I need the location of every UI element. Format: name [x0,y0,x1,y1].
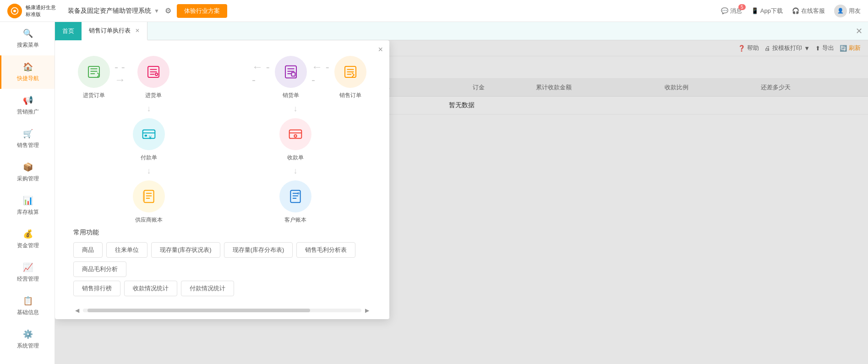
inventory-icon: 📊 [23,196,33,206]
svg-rect-14 [290,190,300,203]
flow-node-supplier-account[interactable]: 供应商账本 [124,176,174,228]
supplier-account-icon [133,180,165,212]
sidebar-item-system[interactable]: ⚙️ 系统管理 [0,323,55,356]
receipt-icon [279,118,311,150]
func-btn-stock-status[interactable]: 现存量(库存状况表) [151,242,220,258]
online-service-action[interactable]: 🎧 在线客服 [792,7,825,15]
sales-bill-label: 销货单 [283,92,299,99]
tab-sales-order-exec[interactable]: 销售订单执行表 ✕ [82,22,147,40]
scrollbar-thumb[interactable] [87,309,310,312]
sidebar-item-operation[interactable]: 📈 经营管理 [0,256,55,289]
common-functions-title: 常用功能 [73,228,371,237]
svg-rect-8 [145,135,147,136]
payment-label: 付款单 [141,154,157,162]
system-title: 装备及固定资产辅助管理系统 ▼ [68,7,159,15]
page-content: ❓ 帮助 🖨 按模板打印 ▼ ⬆ 导出 🔄 刷新 [55,40,868,364]
purchase-order-label: 进货订单 [83,92,105,99]
sidebar-item-basic[interactable]: 📋 基础信息 [0,289,55,323]
flow-node-purchase-order[interactable]: 进货订单 [73,51,115,104]
func-btn-payment-stat[interactable]: 付款情况统计 [181,281,234,296]
message-badge: 5 [738,4,746,10]
flow-node-sales-bill[interactable]: 销货单 [270,51,311,104]
sidebar-item-inventory[interactable]: 📊 库存核算 [0,189,55,223]
func-btn-goods-gross[interactable]: 商品毛利分析 [73,261,126,277]
scroll-left-icon[interactable]: ◀ [73,307,81,314]
sidebar-item-quick[interactable]: 🏠 快捷导航 [0,55,55,89]
sidebar-item-purchase[interactable]: 📦 采购管理 [0,156,55,189]
operation-icon: 📈 [23,262,33,272]
func-btn-receipt-stat[interactable]: 收款情况统计 [124,281,177,296]
func-btn-sales-rank[interactable]: 销售排行榜 [73,281,120,296]
sales-bill-icon [275,56,307,88]
modal-box: × [55,40,389,319]
sidebar-item-cooperation[interactable]: 🤝 企业协同 [0,356,55,364]
flow-node-receipt[interactable]: 收款单 [270,114,321,166]
sidebar-item-sales[interactable]: 🛒 销售管理 [0,122,55,156]
common-functions: 常用功能 商品 往来单位 现存量(库存状况表) 现存量(库存分布表) 销售毛利分… [55,228,389,305]
marketing-icon: 📢 [23,95,33,105]
purchase-icon: 📦 [23,162,33,172]
logo-icon [7,4,22,18]
func-btn-partner[interactable]: 往来单位 [106,242,147,258]
svg-rect-5 [291,72,295,76]
svg-point-3 [155,73,158,76]
flow-node-customer-account[interactable]: 客户账本 [270,176,321,228]
payment-icon: ¥ [133,118,165,150]
logo-text: 畅康通好生意 标准版 [26,4,56,17]
svg-rect-1 [88,66,99,77]
arrow-left-1: ← - - [252,60,270,95]
sidebar-item-search[interactable]: 🔍 搜索菜单 [0,22,55,55]
svg-point-11 [294,135,296,137]
modal-close-button[interactable]: × [378,45,383,54]
window-close-icon[interactable]: ✕ [856,26,863,36]
message-action[interactable]: 💬 消息 5 [721,7,742,15]
sidebar-item-marketing[interactable]: 📢 营销推广 [0,89,55,122]
logo: 畅康通好生意 标准版 [7,4,62,18]
message-icon: 💬 [721,7,728,14]
sales-order-label: 销售订单 [339,92,361,99]
download-icon: 📱 [751,7,759,14]
settings-icon[interactable]: ⚙ [165,6,171,15]
customer-account-icon [279,180,311,212]
tab-close-icon[interactable]: ✕ [135,27,140,34]
home-icon: 🏠 [23,62,33,72]
search-icon: 🔍 [23,28,33,38]
flow-node-payment[interactable]: ¥ 付款单 [124,114,174,166]
system-icon: ⚙️ [23,329,33,339]
receipt-label: 收款单 [287,154,304,162]
dropdown-arrow-icon[interactable]: ▼ [154,8,159,14]
app-download-action[interactable]: 📱 App下载 [751,7,783,15]
scrollbar-track [83,309,361,312]
basic-icon: 📋 [23,296,33,306]
sidebar: 🔍 搜索菜单 🏠 快捷导航 📢 营销推广 🛒 销售管理 📦 采购管理 📊 [0,22,55,364]
service-icon: 🎧 [792,7,799,14]
sales-order-icon [334,56,366,88]
purchase-order-icon [78,56,110,88]
svg-rect-12 [144,190,153,203]
svg-rect-13 [143,191,145,201]
modal-overlay: × [55,40,868,364]
flow-node-sales-order[interactable]: 销售订单 [330,51,371,104]
svg-point-15 [297,192,300,195]
func-btn-stock-dist[interactable]: 现存量(库存分布表) [224,242,293,258]
arrow-right-2: ← - - [311,60,330,95]
func-btn-goods[interactable]: 商品 [73,242,103,258]
flow-node-purchase-bill[interactable]: 进货单 [133,51,174,104]
flow-diagram: 进货订单 - - → [55,40,389,228]
tab-bar: 首页 销售订单执行表 ✕ ✕ [55,22,868,40]
func-btn-sales-gross[interactable]: 销售毛利分析表 [296,242,355,258]
scroll-right-icon[interactable]: ▶ [363,307,371,314]
supplier-account-label: 供应商账本 [135,216,163,224]
purchase-bill-label: 进货单 [145,92,162,99]
sidebar-item-finance[interactable]: 💰 资金管理 [0,223,55,256]
function-buttons-row2: 销售排行榜 收款情况统计 付款情况统计 [73,281,371,296]
arrow-right-1: - - → [115,60,133,95]
sales-icon: 🛒 [23,129,33,139]
purchase-bill-icon [137,56,169,88]
function-buttons: 商品 往来单位 现存量(库存状况表) 现存量(库存分布表) 销售毛利分析表 商品… [73,242,371,277]
modal-scrollbar: ◀ ▶ [55,305,389,319]
trial-button[interactable]: 体验行业方案 [177,4,227,18]
tab-home[interactable]: 首页 [55,22,82,40]
avatar: 👤 [834,5,847,17]
user-action[interactable]: 👤 用友 [834,5,861,17]
